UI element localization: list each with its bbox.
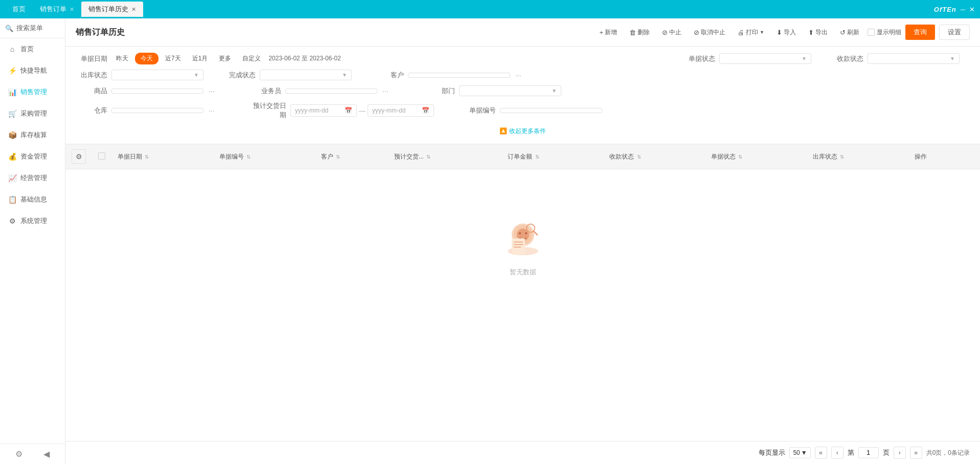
dept-arrow: ▼ bbox=[552, 88, 557, 94]
sidebar-item-inventory[interactable]: 📦 库存核算 bbox=[0, 124, 65, 146]
warehouse-dots[interactable]: ··· bbox=[207, 106, 217, 115]
sidebar-item-quick-nav[interactable]: ⚡ 快捷导航 bbox=[0, 60, 65, 81]
salesperson-input[interactable] bbox=[285, 89, 377, 94]
window-close[interactable]: ✕ bbox=[969, 6, 975, 13]
sidebar-item-base[interactable]: 📋 基础信息 bbox=[0, 189, 65, 210]
goods-input[interactable] bbox=[111, 89, 203, 94]
sidebar-item-finance[interactable]: 💰 资金管理 bbox=[0, 146, 65, 167]
sidebar-item-system[interactable]: ⚙ 系统管理 bbox=[0, 210, 65, 232]
doc-status-select[interactable]: ▼ bbox=[719, 53, 811, 64]
date-btn-more[interactable]: 更多 bbox=[214, 53, 236, 64]
goods-dots[interactable]: ··· bbox=[207, 87, 217, 95]
sidebar-item-finance-label: 资金管理 bbox=[20, 152, 47, 161]
select-all-checkbox[interactable] bbox=[98, 152, 105, 160]
payment-status-select[interactable]: ▼ bbox=[868, 53, 960, 64]
sidebar-item-home-label: 首页 bbox=[20, 45, 34, 54]
doc-number-input[interactable] bbox=[500, 108, 602, 113]
sidebar-item-purchase-label: 采购管理 bbox=[20, 109, 47, 118]
sidebar-search[interactable]: 🔍 搜索菜单 bbox=[0, 18, 65, 38]
col-action-label: 操作 bbox=[915, 153, 927, 160]
print-button[interactable]: 🖨 打印 ▼ bbox=[734, 26, 768, 39]
date-btn-today[interactable]: 今天 bbox=[135, 53, 158, 64]
display-toggle-checkbox[interactable] bbox=[868, 29, 875, 36]
date-btn-yesterday[interactable]: 昨天 bbox=[111, 53, 133, 64]
table-settings-btn[interactable]: ⚙ bbox=[72, 149, 86, 164]
display-toggle[interactable]: 显示明细 bbox=[868, 28, 901, 37]
cancel-stop-button[interactable]: ⊘ 取消中止 bbox=[690, 26, 730, 39]
delete-button[interactable]: 🗑 删除 bbox=[625, 26, 654, 39]
filter-out-status-control: ▼ bbox=[111, 70, 214, 80]
page-prev-btn[interactable]: ‹ bbox=[831, 447, 844, 459]
tab-home[interactable]: 首页 bbox=[5, 2, 33, 17]
window-min[interactable]: ─ bbox=[961, 6, 965, 13]
page-next-btn[interactable]: › bbox=[894, 447, 906, 459]
import-icon: ⬇ bbox=[777, 29, 782, 36]
tab-sales-history[interactable]: 销售订单历史 ✕ bbox=[81, 2, 143, 17]
sidebar-item-operations[interactable]: 📈 经营管理 bbox=[0, 167, 65, 189]
set-button[interactable]: 设置 bbox=[939, 25, 970, 40]
sort-date-icon[interactable]: ⇅ bbox=[145, 154, 149, 160]
sidebar-item-sales[interactable]: 📊 销售管理 bbox=[0, 81, 65, 103]
page-size-select[interactable]: 50 ▼ bbox=[789, 447, 810, 458]
sort-outstatus-icon[interactable]: ⇅ bbox=[840, 154, 844, 160]
svg-point-4 bbox=[519, 232, 521, 234]
col-payment-label: 收款状态 bbox=[609, 153, 634, 160]
col-delivery-label: 预计交货... bbox=[394, 153, 424, 160]
filter-label-dept: 部门 bbox=[423, 86, 459, 96]
sort-amount-icon[interactable]: ⇅ bbox=[535, 154, 539, 160]
sidebar-item-purchase[interactable]: 🛒 采购管理 bbox=[0, 103, 65, 124]
sort-number-icon[interactable]: ⇅ bbox=[246, 154, 250, 160]
complete-status-select[interactable]: ▼ bbox=[260, 70, 352, 80]
import-button[interactable]: ⬇ 导入 bbox=[772, 26, 800, 39]
sort-delivery-icon[interactable]: ⇅ bbox=[426, 154, 430, 160]
filter-label-delivery-date: 预计交货日期 bbox=[249, 101, 290, 120]
sidebar-item-quick-nav-label: 快捷导航 bbox=[20, 66, 47, 75]
sort-customer-icon[interactable]: ⇅ bbox=[336, 154, 340, 160]
svg-line-7 bbox=[534, 231, 537, 235]
out-status-select[interactable]: ▼ bbox=[111, 70, 203, 80]
warehouse-input[interactable] bbox=[111, 108, 203, 113]
delivery-date-from[interactable]: yyyy-mm-dd 📅 bbox=[290, 104, 357, 117]
collapse-row[interactable]: 🔼 收起更多条件 bbox=[76, 125, 970, 138]
query-button[interactable]: 查询 bbox=[905, 25, 935, 40]
stop-button[interactable]: ⊘ 中止 bbox=[658, 26, 686, 39]
date-btn-custom[interactable]: 自定义 bbox=[238, 53, 265, 64]
display-toggle-label: 显示明细 bbox=[877, 28, 901, 37]
filter-payment-status-control: ▼ bbox=[868, 53, 970, 64]
page-last-btn[interactable]: » bbox=[910, 447, 922, 459]
content-area: 销售订单历史 + 新增 🗑 删除 ⊘ 中止 ⊘ 取消中止 bbox=[65, 18, 980, 464]
export-button[interactable]: ⬆ 导出 bbox=[804, 26, 832, 39]
sort-docstatus-icon[interactable]: ⇅ bbox=[738, 154, 742, 160]
new-button[interactable]: + 新增 bbox=[595, 26, 621, 39]
filter-salesperson-control: ··· bbox=[285, 87, 413, 95]
cancel-stop-label: 取消中止 bbox=[701, 28, 725, 37]
sort-payment-icon[interactable]: ⇅ bbox=[637, 154, 641, 160]
sidebar-item-home[interactable]: ⌂ 首页 bbox=[0, 38, 65, 60]
brand-label: OfTEn bbox=[934, 6, 956, 13]
delivery-date-to[interactable]: yyyy-mm-dd 📅 bbox=[368, 104, 434, 117]
tab-sales-order-close[interactable]: ✕ bbox=[70, 6, 74, 13]
page-number-input[interactable] bbox=[858, 447, 879, 458]
dept-select[interactable]: ▼ bbox=[459, 85, 561, 96]
page-size-label: 每页显示 bbox=[759, 448, 785, 457]
sidebar-item-inventory-label: 库存核算 bbox=[20, 130, 47, 140]
filter-label-doc-number: 单据编号 bbox=[464, 106, 500, 115]
table-header: ⚙ 单据日期 ⇅ 单据编号 ⇅ bbox=[65, 144, 980, 169]
tab-home-label: 首页 bbox=[12, 5, 26, 14]
date-btn-1month[interactable]: 近1月 bbox=[188, 53, 213, 64]
delete-label: 删除 bbox=[637, 28, 650, 37]
sidebar-collapse-btn[interactable]: ◀ bbox=[43, 449, 50, 459]
purchase-icon: 🛒 bbox=[8, 109, 16, 118]
refresh-button[interactable]: ↺ 刷新 bbox=[836, 26, 863, 39]
tab-sales-history-close[interactable]: ✕ bbox=[131, 6, 136, 13]
col-date-label: 单据日期 bbox=[118, 153, 142, 160]
filter-label-doc-status: 单据状态 bbox=[683, 54, 719, 63]
customer-dots[interactable]: ··· bbox=[513, 71, 523, 79]
page-first-btn[interactable]: « bbox=[815, 447, 827, 459]
customer-input[interactable] bbox=[408, 73, 510, 78]
data-table: ⚙ 单据日期 ⇅ 单据编号 ⇅ bbox=[65, 144, 980, 318]
sidebar-settings-btn[interactable]: ⚙ bbox=[15, 449, 22, 459]
tab-sales-order[interactable]: 销售订单 ✕ bbox=[33, 2, 81, 17]
salesperson-dots[interactable]: ··· bbox=[380, 87, 391, 95]
date-btn-7days[interactable]: 近7天 bbox=[161, 53, 186, 64]
